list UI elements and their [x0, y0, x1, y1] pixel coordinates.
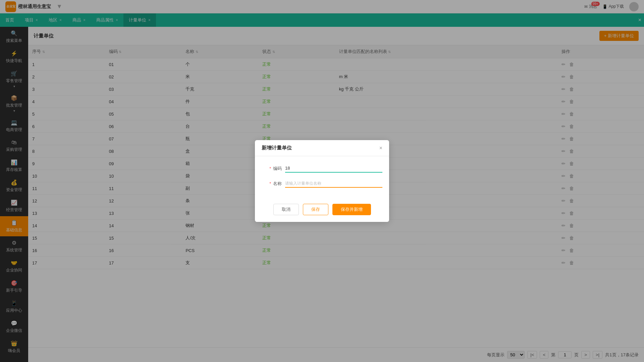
name-form-row: * 名称 [262, 179, 382, 188]
code-form-row: * 编码 [262, 164, 382, 173]
save-button[interactable]: 保存 [303, 204, 328, 215]
code-label-text: 编码 [273, 166, 282, 171]
name-required-mark: * [269, 181, 271, 186]
dialog-header: 新增计量单位 × [255, 140, 389, 156]
name-label: * 名称 [262, 181, 282, 187]
dialog-title: 新增计量单位 [262, 145, 292, 151]
code-label: * 编码 [262, 166, 282, 172]
dialog-body: * 编码 * 名称 [255, 156, 389, 200]
name-input[interactable] [285, 179, 382, 188]
code-input[interactable] [285, 164, 382, 173]
modal-overlay: 新增计量单位 × * 编码 * 名称 取消 保存 保存并新增 [0, 0, 644, 362]
add-unit-dialog: 新增计量单位 × * 编码 * 名称 取消 保存 保存并新增 [255, 140, 389, 222]
name-label-text: 名称 [273, 181, 282, 186]
dialog-footer: 取消 保存 保存并新增 [255, 200, 389, 222]
cancel-button[interactable]: 取消 [273, 204, 299, 215]
code-required-mark: * [269, 166, 271, 171]
dialog-close-button[interactable]: × [379, 145, 382, 151]
save-and-add-button[interactable]: 保存并新增 [332, 204, 371, 215]
